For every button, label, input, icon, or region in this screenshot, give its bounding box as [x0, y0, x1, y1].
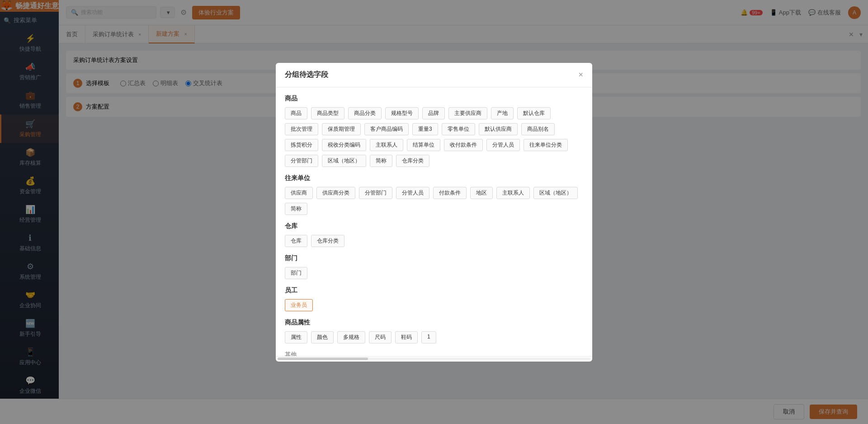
field-spec-model[interactable]: 规格型号	[385, 107, 419, 119]
modal-body: 商品 商品 商品类型 商品分类 规格型号 品牌 主要供应商 产地 默认仓库 批次…	[276, 87, 592, 356]
modal-close-button[interactable]: ×	[578, 70, 583, 80]
field-counterpart-category[interactable]: 往来单位分类	[524, 139, 568, 151]
field-supervisor[interactable]: 分管人员	[486, 139, 520, 151]
field-settlement-unit[interactable]: 结算单位	[407, 139, 440, 151]
field-supplier[interactable]: 供应商	[285, 187, 313, 199]
section-title-product: 商品	[285, 95, 583, 103]
field-color[interactable]: 颜色	[311, 331, 334, 343]
section-title-counterpart: 往来单位	[285, 174, 583, 182]
field-dept-mgmt[interactable]: 分管部门	[285, 155, 318, 167]
field-salesperson[interactable]: 业务员	[285, 299, 313, 311]
product-attr-fields-grid: 属性 颜色 多规格 尺码 鞋码 1	[285, 331, 583, 343]
field-supervisor-counterpart[interactable]: 分管人员	[396, 187, 429, 199]
section-title-product-attr: 商品属性	[285, 319, 583, 327]
section-title-other: 其他	[285, 351, 583, 356]
field-shelf-life[interactable]: 保质期管理	[322, 123, 361, 135]
field-attribute[interactable]: 属性	[285, 331, 307, 343]
field-custom-1[interactable]: 1	[421, 331, 436, 343]
field-batch-mgmt[interactable]: 批次管理	[285, 123, 318, 135]
field-retail-unit[interactable]: 零售单位	[442, 123, 475, 135]
field-default-supplier[interactable]: 默认供应商	[479, 123, 518, 135]
field-supplier-category[interactable]: 供应商分类	[316, 187, 355, 199]
hscroll-thumb	[278, 357, 368, 360]
field-product-category[interactable]: 商品分类	[348, 107, 382, 119]
field-pick-points[interactable]: 拣货积分	[285, 139, 318, 151]
hscroll-track	[278, 357, 590, 360]
employee-fields-grid: 业务员	[285, 299, 583, 311]
field-warehouse-category[interactable]: 仓库分类	[311, 235, 344, 247]
field-shoe-size[interactable]: 鞋码	[395, 331, 418, 343]
field-region-counterpart[interactable]: 区域（地区）	[533, 187, 578, 199]
field-product[interactable]: 商品	[285, 107, 307, 119]
field-abbr-counterpart[interactable]: 简称	[285, 203, 307, 215]
field-region-product[interactable]: 区域（地区）	[322, 155, 366, 167]
section-title-warehouse: 仓库	[285, 222, 583, 230]
field-default-warehouse[interactable]: 默认仓库	[517, 107, 551, 119]
field-origin[interactable]: 产地	[491, 107, 514, 119]
field-multi-spec[interactable]: 多规格	[337, 331, 365, 343]
field-tax-code[interactable]: 税收分类编码	[322, 139, 366, 151]
section-title-employee: 员工	[285, 286, 583, 295]
department-fields-grid: 部门	[285, 267, 583, 279]
section-title-department: 部门	[285, 254, 583, 262]
field-area[interactable]: 地区	[470, 187, 493, 199]
field-abbr-product[interactable]: 简称	[370, 155, 392, 167]
field-department[interactable]: 部门	[285, 267, 307, 279]
field-main-supplier[interactable]: 主要供应商	[448, 107, 487, 119]
field-warehouse-category-product[interactable]: 仓库分类	[396, 155, 429, 167]
field-size[interactable]: 尺码	[369, 331, 392, 343]
modal-title: 分组待选字段	[285, 70, 328, 80]
modal-header: 分组待选字段 ×	[276, 63, 592, 87]
field-payment-condition[interactable]: 付款条件	[433, 187, 467, 199]
field-payment-terms[interactable]: 收付款条件	[444, 139, 483, 151]
field-product-type[interactable]: 商品类型	[311, 107, 344, 119]
field-dept-counterpart[interactable]: 分管部门	[359, 187, 392, 199]
field-customer-code[interactable]: 客户商品编码	[364, 123, 409, 135]
product-fields-grid: 商品 商品类型 商品分类 规格型号 品牌 主要供应商 产地 默认仓库 批次管理 …	[285, 107, 583, 167]
field-brand[interactable]: 品牌	[422, 107, 445, 119]
field-product-alias[interactable]: 商品别名	[521, 123, 555, 135]
field-main-contact[interactable]: 主联系人	[370, 139, 403, 151]
warehouse-fields-grid: 仓库 仓库分类	[285, 235, 583, 247]
counterpart-fields-grid: 供应商 供应商分类 分管部门 分管人员 付款条件 地区 主联系人 区域（地区） …	[285, 187, 583, 215]
field-warehouse[interactable]: 仓库	[285, 235, 307, 247]
field-weight[interactable]: 重量3	[412, 123, 438, 135]
modal-horizontal-scrollbar[interactable]	[276, 356, 592, 362]
field-main-contact-counterpart[interactable]: 主联系人	[496, 187, 530, 199]
field-selection-modal: 分组待选字段 × 商品 商品 商品类型 商品分类 规格型号 品牌 主要供应商 产…	[276, 63, 592, 362]
